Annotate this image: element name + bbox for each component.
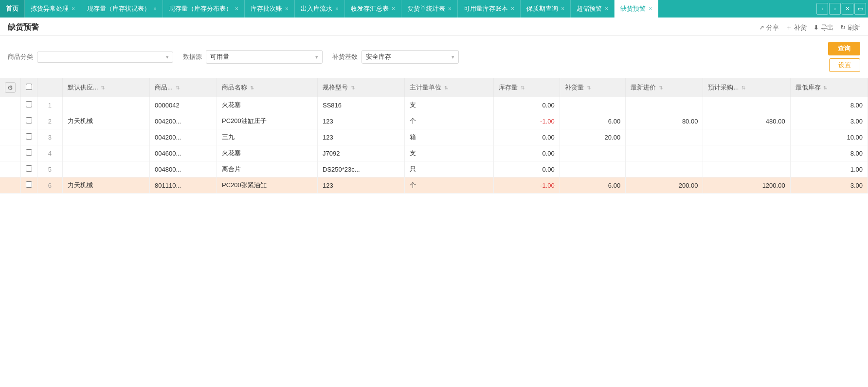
cell-stock: -1.00 [494, 113, 560, 129]
replenish-icon: ＋ [786, 23, 792, 32]
table-row: 2力天机械004200...PC200油缸庄子123个-1.006.0080.0… [0, 113, 868, 129]
tab-close-receive-summary[interactable]: × [392, 5, 395, 12]
tab-receive-summary[interactable]: 收发存汇总表× [345, 0, 401, 18]
refresh-button[interactable]: ↻ 刷新 [840, 23, 860, 32]
filter-actions: 查询 设置 [828, 42, 860, 72]
replenish-basis-label: 补货基数 [332, 53, 358, 61]
data-source-value: 可用量 [210, 53, 229, 61]
cell-latest_price [626, 97, 703, 113]
row-checkbox-cell [21, 129, 37, 145]
cell-stock: 0.00 [494, 145, 560, 161]
cell-stock: 0.00 [494, 129, 560, 145]
col-header-est_purchase[interactable]: 预计采购... ⇅ [703, 78, 790, 97]
replenish-basis-arrow-icon: ▾ [452, 54, 454, 60]
col-header-latest_price[interactable]: 最新进价 ⇅ [626, 78, 703, 97]
tab-prev-button[interactable]: ‹ [816, 3, 828, 15]
replenish-basis-select[interactable]: 安全库存 ▾ [362, 50, 459, 64]
sort-icon-spec: ⇅ [349, 85, 355, 90]
settings-button[interactable]: 设置 [829, 58, 860, 72]
tab-close-available-ledger[interactable]: × [511, 5, 514, 12]
tab-close-inventory-status[interactable]: × [153, 5, 157, 12]
share-button[interactable]: ↗ 分享 [759, 23, 779, 32]
gear-icon[interactable]: ⚙ [5, 82, 16, 93]
tab-close-expiry-query[interactable]: × [561, 5, 564, 12]
row-checkbox[interactable] [26, 181, 32, 188]
sort-icon-product_name: ⇅ [249, 85, 254, 90]
row-number: 6 [37, 177, 63, 194]
row-checkbox[interactable] [26, 133, 32, 140]
cell-est_purchase [703, 97, 790, 113]
tab-close-inventory-dist[interactable]: × [235, 5, 238, 12]
col-header-row_num [37, 78, 63, 97]
tab-shortage-warning[interactable]: 缺货预警× [615, 0, 658, 18]
header-actions: ↗ 分享 ＋ 补货 ⬇ 导出 ↻ 刷新 [759, 23, 860, 32]
col-header-spec[interactable]: 规格型号 ⇅ [318, 78, 405, 97]
replenish-button[interactable]: ＋ 补货 [786, 23, 807, 32]
tab-close-others-button[interactable]: ✕ [842, 3, 853, 15]
tab-overstock-warning[interactable]: 超储预警× [571, 0, 615, 18]
cell-spec: 123 [318, 129, 405, 145]
tab-next-button[interactable]: › [829, 3, 841, 15]
row-checkbox[interactable] [26, 117, 32, 123]
tab-home[interactable]: 首页 [0, 0, 25, 18]
tab-close-demand-stats[interactable]: × [448, 5, 452, 12]
col-header-default_supplier[interactable]: 默认供应... ⇅ [62, 78, 149, 97]
tab-nav-buttons: ‹ › ✕ ▭ [816, 3, 868, 15]
export-button[interactable]: ⬇ 导出 [814, 23, 833, 32]
col-header-unit[interactable]: 主计量单位 ⇅ [405, 78, 494, 97]
tab-close-batch-account[interactable]: × [285, 5, 289, 12]
select-all-checkbox[interactable] [26, 84, 32, 90]
tab-close-overstock-warning[interactable]: × [605, 5, 608, 12]
cell-unit: 箱 [405, 129, 494, 145]
cell-product_code: 004200... [150, 113, 217, 129]
col-header-product_code[interactable]: 商品... ⇅ [150, 78, 217, 97]
row-gear-cell [0, 145, 21, 161]
table-row: 3004200...三九123箱0.0020.0010.00 [0, 129, 868, 145]
query-button[interactable]: 查询 [828, 42, 860, 55]
data-source-label: 数据源 [183, 53, 202, 61]
sort-icon-est_purchase: ⇅ [740, 85, 745, 90]
col-header-product_name[interactable]: 商品名称 ⇅ [217, 78, 318, 97]
tab-close-inout-flow[interactable]: × [335, 5, 339, 12]
cell-unit: 支 [405, 97, 494, 113]
cell-spec: 123 [318, 113, 405, 129]
cell-est_purchase [703, 145, 790, 161]
export-icon: ⬇ [814, 24, 819, 31]
row-checkbox[interactable] [26, 165, 32, 172]
tab-expiry-query[interactable]: 保质期查询× [521, 0, 571, 18]
col-header-replenish_qty[interactable]: 补货量 ⇅ [560, 78, 625, 97]
refresh-icon: ↻ [840, 24, 846, 31]
tab-available-ledger[interactable]: 可用量库存账本× [458, 0, 521, 18]
tab-inventory-status[interactable]: 现存量（库存状况表）× [81, 0, 163, 18]
tab-demand-stats[interactable]: 要货单统计表× [401, 0, 458, 18]
share-icon: ↗ [759, 24, 764, 31]
col-header-min_stock[interactable]: 最低库存 ⇅ [790, 78, 868, 97]
tab-close-all-button[interactable]: ▭ [854, 3, 866, 15]
tab-inventory-dist[interactable]: 现存量（库存分布表）× [163, 0, 245, 18]
sort-icon-latest_price: ⇅ [657, 85, 663, 90]
cell-default_supplier: 力天机械 [62, 113, 149, 129]
tab-batch-account[interactable]: 库存批次账× [245, 0, 295, 18]
cell-min_stock: 8.00 [790, 145, 868, 161]
row-checkbox[interactable] [26, 101, 32, 107]
tab-label-available-ledger: 可用量库存账本 [464, 4, 508, 13]
page-title: 缺货预警 [8, 22, 39, 33]
cell-product_name: PC200油缸庄子 [217, 113, 318, 129]
cell-product_name: 离合片 [217, 161, 318, 177]
tab-close-shortage-warning[interactable]: × [649, 5, 652, 12]
product-category-label: 商品分类 [8, 53, 33, 61]
product-category-select[interactable]: ▾ [37, 52, 173, 63]
row-gear-cell [0, 177, 21, 194]
tab-inout-flow[interactable]: 出入库流水× [295, 0, 345, 18]
filter-area: 商品分类 ▾ 数据源 可用量 ▾ 补货基数 安全库存 ▾ 查询 设置 [0, 36, 868, 78]
col-header-stock[interactable]: 库存量 ⇅ [494, 78, 560, 97]
cell-stock: -1.00 [494, 177, 560, 194]
tab-label-inventory-dist: 现存量（库存分布表） [169, 4, 232, 13]
row-checkbox[interactable] [26, 149, 32, 156]
cell-unit: 支 [405, 145, 494, 161]
row-gear-cell [0, 129, 21, 145]
data-source-select[interactable]: 可用量 ▾ [206, 50, 323, 64]
tab-close-defect-process[interactable]: × [72, 5, 75, 12]
cell-min_stock: 8.00 [790, 97, 868, 113]
tab-defect-process[interactable]: 拣货异常处理× [25, 0, 81, 18]
